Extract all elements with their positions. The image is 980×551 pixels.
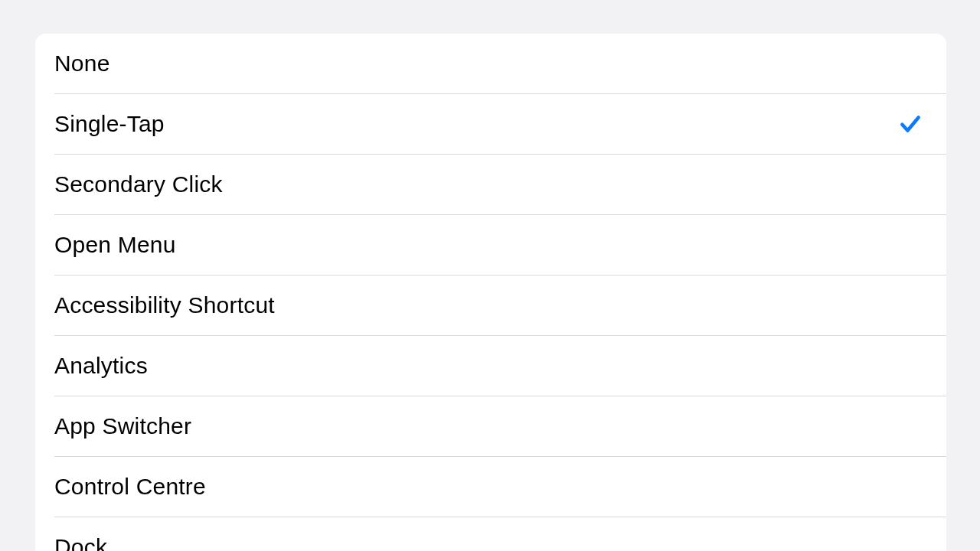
option-label: Control Centre	[54, 474, 206, 500]
option-control-centre[interactable]: Control Centre	[35, 457, 946, 517]
option-label: Dock	[54, 534, 107, 551]
checkmark-icon	[897, 111, 923, 137]
option-label: Open Menu	[54, 232, 176, 258]
option-dock[interactable]: Dock	[35, 517, 946, 551]
option-single-tap[interactable]: Single-Tap	[35, 94, 946, 154]
option-open-menu[interactable]: Open Menu	[35, 215, 946, 275]
option-none[interactable]: None	[35, 34, 946, 93]
settings-options-panel: None Single-Tap Secondary Click Open Men…	[35, 34, 946, 551]
option-label: Analytics	[54, 353, 148, 379]
option-label: None	[54, 51, 110, 77]
option-label: Single-Tap	[54, 111, 165, 137]
option-label: Secondary Click	[54, 171, 223, 197]
option-label: Accessibility Shortcut	[54, 292, 275, 318]
option-analytics[interactable]: Analytics	[35, 336, 946, 396]
option-secondary-click[interactable]: Secondary Click	[35, 155, 946, 214]
option-app-switcher[interactable]: App Switcher	[35, 396, 946, 456]
option-accessibility-shortcut[interactable]: Accessibility Shortcut	[35, 276, 946, 335]
option-label: App Switcher	[54, 413, 191, 439]
